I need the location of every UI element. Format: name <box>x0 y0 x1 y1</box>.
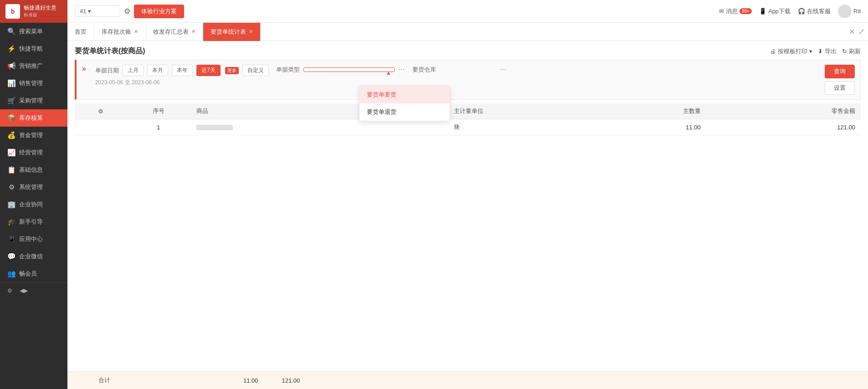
sidebar-item-label: 新手引导 <box>19 218 43 226</box>
page-content: 要货单统计表(按商品) 🖨 按模板打印 ▾ ⬇ 导出 ↻ 刷新 » <box>67 41 868 389</box>
tab-order-stats[interactable]: 要货单统计表 ✕ <box>203 23 261 41</box>
col-header-settings[interactable]: ⚙ <box>75 103 126 119</box>
sidebar-item-label: 应用中心 <box>19 235 43 243</box>
filter-type-select[interactable]: ▲ <box>303 67 395 72</box>
filter-type-more-btn[interactable]: ··· <box>398 65 405 74</box>
filter-expand-btn[interactable]: » <box>82 65 86 73</box>
online-service-btn[interactable]: 🎧 在线客服 <box>798 7 831 15</box>
user-avatar-btn[interactable]: Rit <box>838 5 861 18</box>
col-header-amount: 零售金额 <box>706 103 861 119</box>
type-dropdown: 要货单要货 要货单退货 <box>359 86 450 121</box>
table-cell-amount: 121.00 <box>706 119 861 135</box>
app-download-btn[interactable]: 📱 App下载 <box>759 7 791 15</box>
user-name: Rit <box>853 8 861 15</box>
sidebar-item-search[interactable]: 🔍 搜索菜单 <box>0 23 67 40</box>
sidebar-item-label: 采购管理 <box>19 97 43 105</box>
tab-receivable[interactable]: 收发存汇总表 ✕ <box>146 23 203 41</box>
message-badge: 99+ <box>740 8 752 14</box>
topbar-gear-icon[interactable]: ⚙ <box>124 7 130 15</box>
tabs-right: ✕ ⤢ <box>849 27 868 36</box>
tab-close-icon[interactable]: ✕ <box>249 29 253 35</box>
dropdown-item-order-goods[interactable]: 要货单要货 <box>360 86 450 103</box>
table-header-row: ⚙ 序号 商品 主计量单位 主数量 零售金额 <box>75 103 861 119</box>
sidebar-item-member[interactable]: 👥 畅会员 <box>0 265 67 282</box>
basic-icon: 📋 <box>7 166 15 174</box>
tab-inventory-batch[interactable]: 库存批次账 ✕ <box>94 23 146 41</box>
app-label: App下载 <box>768 7 791 15</box>
message-icon: ✉ <box>719 8 724 15</box>
sidebar-item-basic[interactable]: 📋 基础信息 <box>0 161 67 179</box>
sidebar-collapse-btn[interactable]: ◀▶ <box>20 287 28 294</box>
service-icon: 🎧 <box>798 8 805 15</box>
filter-actions: 查询 设置 <box>825 65 855 95</box>
table-row: 1 块 11.00 121.00 <box>75 119 861 135</box>
tab-close-icon[interactable]: ✕ <box>134 29 138 35</box>
tab-home[interactable]: 首页 <box>67 23 94 41</box>
sidebar-item-guide[interactable]: 🎓 新手引导 <box>0 213 67 230</box>
sidebar-item-purchase[interactable]: 🛒 采购管理 <box>0 92 67 109</box>
setting-btn[interactable]: 设置 <box>825 81 855 95</box>
tab-close-icon[interactable]: ✕ <box>191 29 195 35</box>
table-cell-settings <box>75 119 126 135</box>
sidebar-item-label: 库存核算 <box>19 114 43 122</box>
dropdown-item-order-return[interactable]: 要货单退货 <box>360 103 450 121</box>
filter-warehouse-more-btn[interactable]: ··· <box>500 65 507 74</box>
shortcut-icon: ⚡ <box>7 45 15 53</box>
filter-date-up[interactable]: 上月 <box>123 65 144 76</box>
filter-type-arrow-icon: ▲ <box>386 70 391 76</box>
filter-date-custom[interactable]: 自定义 <box>242 65 269 76</box>
sidebar-item-operations[interactable]: 📈 经营管理 <box>0 144 67 161</box>
sidebar-item-label: 基础信息 <box>19 166 43 174</box>
message-label: 消息 <box>726 7 738 15</box>
filter-warehouse-label: 要货仓库 <box>412 66 436 74</box>
table-cell-no: 1 <box>126 119 190 135</box>
sidebar-header: b 畅捷通好生意 标准版 <box>0 0 67 23</box>
export-btn[interactable]: ⬇ 导出 <box>818 47 837 56</box>
filter-type-select-wrap: ▲ ··· <box>303 65 405 74</box>
filter-date-year[interactable]: 本年 <box>172 65 193 76</box>
sidebar-item-appstore[interactable]: 📱 应用中心 <box>0 230 67 248</box>
tabs-expand-btn[interactable]: ⤢ <box>858 27 864 36</box>
filter-bar: » 单据日期 上月 本月 本年 近7天 更多 自定义 2023-05-06 至 … <box>75 60 861 100</box>
main-area: 41 ▾ ⚙ 体验行业方案 ✉ 消息 99+ 📱 App下载 🎧 在线客服 R <box>67 0 868 389</box>
tab-label: 收发存汇总表 <box>153 28 189 36</box>
store-selector[interactable]: 41 ▾ <box>75 5 120 17</box>
demo-btn[interactable]: 体验行业方案 <box>134 5 184 18</box>
table-cell-unit: 块 <box>448 119 577 135</box>
print-btn[interactable]: 🖨 按模板打印 ▾ <box>770 47 812 56</box>
col-header-unit: 主计量单位 <box>448 103 577 119</box>
tabs-close-btn[interactable]: ✕ <box>849 27 855 36</box>
page-header: 要货单统计表(按商品) 🖨 按模板打印 ▾ ⬇ 导出 ↻ 刷新 <box>67 41 868 60</box>
query-btn[interactable]: 查询 <box>825 65 855 78</box>
sidebar-item-wechat[interactable]: 💬 企业微信 <box>0 248 67 265</box>
sidebar-brand: 畅捷通好生意 标准版 <box>24 5 56 18</box>
sidebar-item-label: 系统管理 <box>19 183 43 191</box>
store-dropdown-icon: ▾ <box>88 8 91 15</box>
filter-date-label: 单据日期 <box>95 67 119 75</box>
sidebar: b 畅捷通好生意 标准版 🔍 搜索菜单 ⚡ 快捷导航 📢 营销推广 📊 销售管理… <box>0 0 67 389</box>
sidebar-item-system[interactable]: ⚙ 系统管理 <box>0 179 67 196</box>
refresh-btn[interactable]: ↻ 刷新 <box>842 47 861 56</box>
filter-date-month[interactable]: 本月 <box>147 65 168 76</box>
sidebar-item-shortcut[interactable]: ⚡ 快捷导航 <box>0 40 67 57</box>
print-icon: 🖨 <box>770 48 776 55</box>
message-btn[interactable]: ✉ 消息 99+ <box>719 7 752 15</box>
sidebar-item-marketing[interactable]: 📢 营销推广 <box>0 57 67 75</box>
sidebar-item-inventory[interactable]: 📦 库存核算 <box>0 109 67 127</box>
topbar-right: ✉ 消息 99+ 📱 App下载 🎧 在线客服 Rit <box>719 5 861 18</box>
sidebar-item-sales[interactable]: 📊 销售管理 <box>0 75 67 92</box>
sidebar-logo: b <box>5 4 20 19</box>
search-icon: 🔍 <box>7 27 15 36</box>
sidebar-item-enterprise[interactable]: 🏢 企业协同 <box>0 196 67 213</box>
sidebar-settings-btn[interactable]: ⚙ <box>7 287 12 294</box>
sidebar-item-label: 营销推广 <box>19 62 43 70</box>
inventory-icon: 📦 <box>7 114 15 122</box>
filter-date-7days[interactable]: 近7天 <box>196 65 221 76</box>
operations-icon: 📈 <box>7 148 15 157</box>
sidebar-item-finance[interactable]: 💰 资金管理 <box>0 127 67 144</box>
footer-label: 合计 <box>98 376 110 384</box>
filter-type-row: 单据类型 ▲ ··· <box>276 65 405 74</box>
refresh-icon: ↻ <box>842 48 847 55</box>
finance-icon: 💰 <box>7 131 15 139</box>
footer-qty: 11.00 <box>243 377 258 384</box>
